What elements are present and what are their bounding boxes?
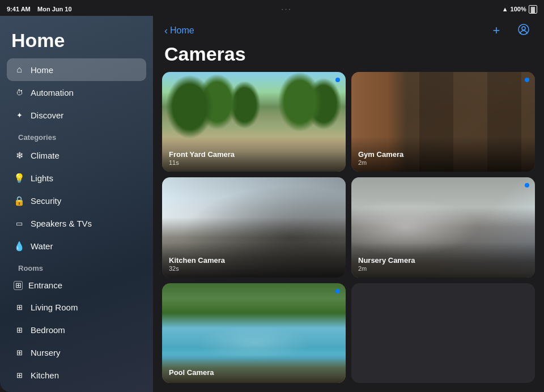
time-display: 9:41 AM bbox=[7, 6, 31, 12]
sidebar-title: Home bbox=[0, 25, 153, 58]
rooms-label: Rooms bbox=[7, 257, 146, 275]
page-title: Cameras bbox=[153, 41, 544, 72]
sidebar-item-kitchen[interactable]: ⊞ Kitchen bbox=[7, 364, 146, 386]
camera-name-front-yard: Front Yard Camera bbox=[169, 150, 339, 159]
entrance-icon: ⊞ bbox=[14, 281, 23, 290]
sidebar-bedroom-label: Bedroom bbox=[31, 325, 65, 335]
camera-name-pool: Pool Camera bbox=[169, 368, 339, 377]
device-frame: 9:41 AM Mon Jun 10 ··· ▲ 100% ▓ Home ⌂ H… bbox=[0, 0, 544, 392]
settings-icon bbox=[517, 23, 530, 39]
camera-card-front-yard[interactable]: Front Yard Camera 11s bbox=[162, 72, 346, 172]
lights-icon: 💡 bbox=[14, 172, 25, 184]
battery-icon: ▓ bbox=[529, 5, 537, 14]
sidebar-kitchen-label: Kitchen bbox=[31, 370, 59, 380]
sidebar-entrance-label: Entrance bbox=[28, 280, 62, 290]
camera-time-nursery: 2m bbox=[358, 265, 528, 272]
camera-time-kitchen: 32s bbox=[169, 265, 339, 272]
camera-time-gym: 2m bbox=[358, 159, 528, 166]
camera-card-gym[interactable]: Gym Camera 2m bbox=[351, 72, 535, 172]
sidebar-home-label: Home bbox=[31, 65, 53, 75]
bedroom-icon: ⊞ bbox=[14, 324, 25, 335]
home-icon: ⌂ bbox=[14, 64, 25, 75]
sidebar-nursery-label: Nursery bbox=[31, 348, 61, 357]
sidebar-speakers-tvs-label: Speakers & TVs bbox=[31, 219, 92, 228]
camera-active-dot-gym bbox=[525, 78, 529, 82]
sidebar-item-climate[interactable]: ❄ Climate bbox=[7, 144, 146, 167]
sidebar-item-living-room[interactable]: ⊞ Living Room bbox=[7, 296, 146, 318]
status-time: 9:41 AM Mon Jun 10 bbox=[7, 6, 72, 12]
security-icon: 🔒 bbox=[14, 195, 25, 206]
camera-label-gym: Gym Camera 2m bbox=[351, 137, 535, 172]
content-header: ‹ Home + bbox=[153, 16, 544, 41]
main-layout: Home ⌂ Home ⏱ Automation ✦ Discover Cate… bbox=[0, 0, 544, 392]
automation-icon: ⏱ bbox=[14, 87, 25, 98]
date-display: Mon Jun 10 bbox=[37, 6, 72, 12]
camera-label-front-yard: Front Yard Camera 11s bbox=[162, 137, 346, 172]
camera-card-kitchen[interactable]: Kitchen Camera 32s bbox=[162, 177, 346, 277]
camera-active-dot-front-yard bbox=[335, 78, 340, 82]
battery-level: 100% bbox=[511, 6, 526, 12]
sidebar-discover-label: Discover bbox=[31, 110, 63, 120]
sidebar-item-nursery[interactable]: ⊞ Nursery bbox=[7, 341, 146, 364]
sidebar-nav: ⌂ Home ⏱ Automation ✦ Discover Categorie… bbox=[0, 58, 153, 386]
camera-card-nursery[interactable]: Nursery Camera 2m bbox=[351, 177, 535, 277]
sidebar-climate-label: Climate bbox=[31, 151, 60, 160]
back-label: Home bbox=[170, 25, 194, 36]
sidebar-automation-label: Automation bbox=[31, 88, 74, 97]
camera-active-dot-pool bbox=[335, 289, 340, 293]
kitchen-icon: ⊞ bbox=[14, 369, 25, 381]
empty-grid-cell bbox=[351, 283, 535, 383]
camera-label-pool: Pool Camera bbox=[162, 355, 346, 383]
living-room-icon: ⊞ bbox=[14, 301, 25, 313]
sidebar-item-automation[interactable]: ⏱ Automation bbox=[7, 81, 146, 104]
sidebar-item-discover[interactable]: ✦ Discover bbox=[7, 104, 146, 126]
sidebar-water-label: Water bbox=[31, 241, 53, 251]
camera-name-nursery: Nursery Camera bbox=[358, 256, 528, 265]
camera-time-front-yard: 11s bbox=[169, 159, 339, 166]
water-icon: 💧 bbox=[14, 240, 25, 252]
nursery-icon: ⊞ bbox=[14, 347, 25, 358]
sidebar-item-speakers-tvs[interactable]: ▭ Speakers & TVs bbox=[7, 212, 146, 235]
sidebar-lights-label: Lights bbox=[31, 173, 53, 183]
sidebar-item-home[interactable]: ⌂ Home bbox=[7, 58, 146, 81]
three-dots: ··· bbox=[282, 5, 292, 13]
discover-icon: ✦ bbox=[14, 109, 25, 121]
categories-label: Categories bbox=[7, 126, 146, 144]
sidebar-item-water[interactable]: 💧 Water bbox=[7, 235, 146, 257]
svg-point-1 bbox=[522, 27, 525, 30]
wifi-icon: ▲ bbox=[502, 6, 508, 12]
sidebar-item-entrance[interactable]: ⊞ Entrance bbox=[7, 275, 146, 296]
sidebar-item-security[interactable]: 🔒 Security bbox=[7, 189, 146, 212]
status-bar: 9:41 AM Mon Jun 10 ··· ▲ 100% ▓ bbox=[0, 0, 544, 16]
camera-label-kitchen: Kitchen Camera 32s bbox=[162, 242, 346, 278]
content-area: ‹ Home + bbox=[153, 16, 544, 392]
add-button[interactable]: + bbox=[487, 22, 505, 40]
camera-name-kitchen: Kitchen Camera bbox=[169, 256, 339, 265]
settings-button[interactable] bbox=[515, 22, 533, 40]
sidebar-security-label: Security bbox=[31, 196, 61, 206]
sidebar: Home ⌂ Home ⏱ Automation ✦ Discover Cate… bbox=[0, 16, 153, 392]
header-actions: + bbox=[487, 22, 533, 40]
climate-icon: ❄ bbox=[14, 150, 25, 161]
camera-name-gym: Gym Camera bbox=[358, 150, 528, 159]
back-button[interactable]: ‹ Home bbox=[164, 25, 194, 37]
camera-label-nursery: Nursery Camera 2m bbox=[351, 242, 535, 278]
add-icon: + bbox=[493, 23, 500, 38]
status-indicators: ▲ 100% ▓ bbox=[502, 5, 537, 14]
sidebar-item-lights[interactable]: 💡 Lights bbox=[7, 167, 146, 189]
camera-grid: Front Yard Camera 11s Gym Camera 2m bbox=[153, 72, 544, 392]
camera-card-pool[interactable]: Pool Camera bbox=[162, 283, 346, 383]
sidebar-living-room-label: Living Room bbox=[31, 302, 78, 312]
sidebar-item-bedroom[interactable]: ⊞ Bedroom bbox=[7, 318, 146, 341]
speakers-tvs-icon: ▭ bbox=[14, 218, 25, 229]
back-chevron-icon: ‹ bbox=[164, 25, 168, 37]
